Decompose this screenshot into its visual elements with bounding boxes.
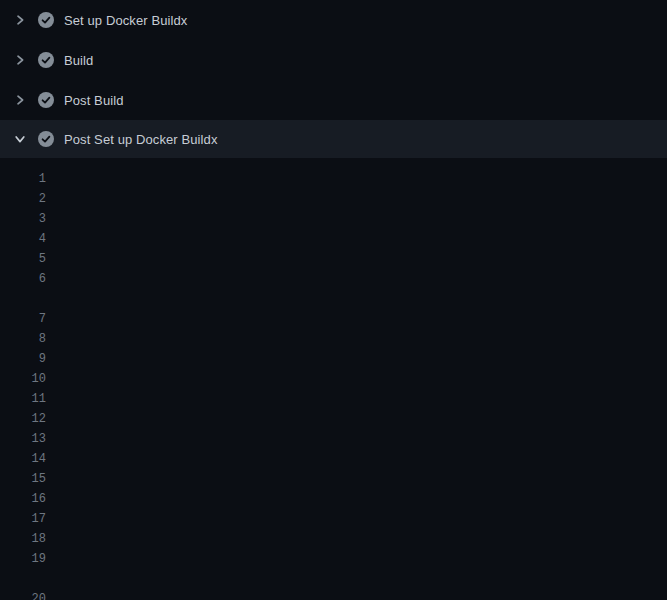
line-number[interactable]: 20: [0, 589, 46, 600]
line-number[interactable]: 6: [0, 269, 46, 289]
log-line-wrap: linux/riscv64 linux/ppc64le linux/s390x …: [0, 289, 667, 309]
line-number[interactable]: 10: [0, 369, 46, 389]
line-number[interactable]: 3: [0, 209, 46, 229]
step-label: Set up Docker Buildx: [64, 13, 187, 28]
check-circle-icon: [38, 52, 54, 68]
log-line: 9time="2021-04-23T18:02:37Z" level=warni…: [0, 349, 667, 369]
chevron-right-icon: [12, 52, 28, 68]
line-number[interactable]: 2: [0, 189, 46, 209]
line-number[interactable]: 15: [0, 469, 46, 489]
line-number[interactable]: 9: [0, 349, 46, 369]
chevron-right-icon: [12, 12, 28, 28]
line-number[interactable]: 1: [0, 169, 46, 189]
log-line: 18time="2021-04-23T18:02:38Z" level=debu…: [0, 529, 667, 549]
step-set-up-docker-buildx[interactable]: Set up Docker Buildx: [0, 0, 667, 40]
step-build[interactable]: Build: [0, 40, 667, 80]
log-line: 1Post job cleanup.: [0, 169, 667, 189]
log-line: 6time="2021-04-23T18:02:37Z" level=info …: [0, 269, 667, 289]
line-number[interactable]: 19: [0, 549, 46, 569]
step-post-build[interactable]: Post Build: [0, 80, 667, 120]
line-number[interactable]: 13: [0, 429, 46, 449]
step-post-set-up-docker-buildx[interactable]: Post Set up Docker Buildx: [0, 120, 667, 158]
chevron-right-icon: [12, 92, 28, 108]
step-label: Build: [64, 53, 93, 68]
log-line-wrap: application/vnd.oci.image.index.v1+json,…: [0, 569, 667, 589]
log-line: 15time="2021-04-23T18:02:38Z" level=debu…: [0, 469, 667, 489]
step-list: Set up Docker Buildx Build Post Build Po…: [0, 0, 667, 158]
line-number[interactable]: 17: [0, 509, 46, 529]
log-line: 8time="2021-04-23T18:02:37Z" level=info …: [0, 329, 667, 349]
line-number[interactable]: 12: [0, 409, 46, 429]
step-label: Post Set up Docker Buildx: [64, 132, 218, 147]
line-number[interactable]: 18: [0, 529, 46, 549]
line-number[interactable]: 8: [0, 329, 46, 349]
line-number[interactable]: 16: [0, 489, 46, 509]
log-line: 16time="2021-04-23T18:02:38Z" level=debu…: [0, 489, 667, 509]
check-circle-icon: [38, 92, 54, 108]
log-line: 20time="2021-04-23T18:02:38Z" level=debu…: [0, 589, 667, 600]
log-line: 13time="2021-04-23T18:02:38Z" level=debu…: [0, 429, 667, 449]
line-number[interactable]: 7: [0, 309, 46, 329]
line-number[interactable]: 11: [0, 389, 46, 409]
log-line: 4time="2021-04-23T18:02:37Z" level=info …: [0, 229, 667, 249]
line-number[interactable]: 14: [0, 449, 46, 469]
check-circle-icon: [38, 12, 54, 28]
log-line: 19time="2021-04-23T18:02:38Z" level=debu…: [0, 549, 667, 569]
line-number[interactable]: 4: [0, 229, 46, 249]
log-output: 1Post job cleanup. 2BuildKit container l…: [0, 158, 667, 600]
log-line: 17time="2021-04-23T18:02:38Z" level=debu…: [0, 509, 667, 529]
log-group-header[interactable]: 2BuildKit container logs: [0, 189, 667, 209]
line-number[interactable]: 5: [0, 249, 46, 269]
check-circle-icon: [38, 131, 54, 147]
log-line: 14time="2021-04-23T18:02:38Z" level=debu…: [0, 449, 667, 469]
log-line: 12time="2021-04-23T18:02:38Z" level=debu…: [0, 409, 667, 429]
log-line: 7time="2021-04-23T18:02:37Z" level=warni…: [0, 309, 667, 329]
log-line: 5time="2021-04-23T18:02:37Z" level=warni…: [0, 249, 667, 269]
log-line: 10time="2021-04-23T18:02:37Z" level=info…: [0, 369, 667, 389]
log-line: 3/usr/bin/docker logs buildx_buildkit_bu…: [0, 209, 667, 229]
step-label: Post Build: [64, 93, 124, 108]
log-line: 11time="2021-04-23T18:02:38Z" level=debu…: [0, 389, 667, 409]
chevron-down-icon: [12, 131, 28, 147]
